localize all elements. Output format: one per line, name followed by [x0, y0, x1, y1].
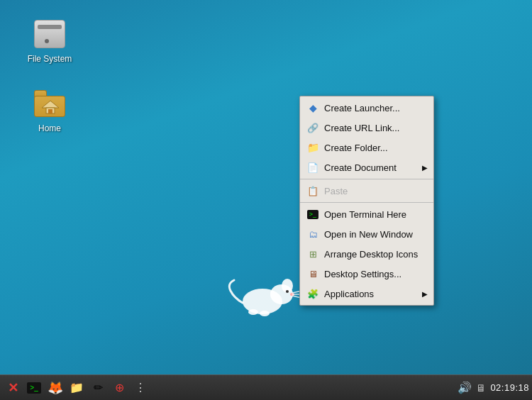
menu-arrange-icons[interactable]: ⊞ Arrange Desktop Icons	[300, 244, 433, 264]
desktop-settings-icon: 🖥	[306, 267, 320, 280]
svg-point-7	[286, 290, 289, 293]
taskbar-files-button[interactable]: 📁	[67, 378, 87, 398]
arrange-icons-label: Arrange Desktop Icons	[324, 249, 428, 260]
applications-label: Applications	[324, 289, 419, 299]
home-label: Home	[38, 123, 61, 133]
svg-rect-2	[48, 109, 52, 113]
menu-paste[interactable]: 📋 Paste	[300, 181, 433, 201]
arrange-icons-icon: ⊞	[306, 248, 320, 260]
menu-create-url[interactable]: 🔗 Create URL Link...	[300, 118, 433, 138]
menu-open-terminal[interactable]: >_ Open Terminal Here	[300, 204, 433, 224]
network-icon: 🖥	[476, 382, 486, 394]
taskbar-close-button[interactable]: ✕	[3, 378, 23, 398]
taskbar-left: ✕ >_ 🦊 📁 ✏ ⊕ ⋮	[3, 378, 150, 398]
open-terminal-icon: >_	[306, 208, 320, 221]
volume-icon: 🔊	[458, 381, 472, 394]
context-menu: ◆ Create Launcher... 🔗 Create URL Link..…	[299, 96, 434, 306]
svg-point-12	[260, 311, 270, 316]
menu-create-launcher[interactable]: ◆ Create Launcher...	[300, 98, 433, 118]
dots-icon: ⋮	[135, 381, 146, 394]
mouse-mascot	[223, 266, 309, 323]
files-icon: 📁	[70, 381, 84, 394]
firefox-icon: 🦊	[48, 380, 63, 396]
lifering-icon: ⊕	[115, 381, 124, 394]
menu-create-document[interactable]: 📄 Create Document ▶	[300, 157, 433, 177]
create-url-icon: 🔗	[306, 121, 320, 134]
create-document-icon: 📄	[306, 161, 320, 174]
menu-open-new-window[interactable]: 🗂 Open in New Window	[300, 224, 433, 244]
create-url-label: Create URL Link...	[324, 123, 428, 133]
taskbar-help-button[interactable]: ⊕	[109, 378, 129, 398]
open-new-window-label: Open in New Window	[324, 229, 428, 240]
separator-1	[300, 179, 433, 179]
create-launcher-label: Create Launcher...	[324, 103, 428, 113]
filesystem-icon[interactable]: File System	[21, 14, 78, 67]
filesystem-icon-img	[33, 17, 67, 51]
home-icon-img	[33, 87, 67, 121]
paste-label: Paste	[324, 186, 428, 196]
clock: 02:19:18	[490, 382, 529, 393]
open-terminal-label: Open Terminal Here	[324, 209, 428, 220]
taskbar-more-button[interactable]: ⋮	[131, 378, 150, 398]
svg-point-11	[248, 309, 258, 315]
taskbar-editor-button[interactable]: ✏	[88, 378, 108, 398]
desktop-settings-label: Desktop Settings...	[324, 269, 428, 279]
applications-icon: 🧩	[306, 287, 320, 300]
home-icon[interactable]: Home	[21, 84, 78, 136]
separator-2	[300, 202, 433, 203]
create-folder-icon: 📁	[306, 141, 320, 154]
taskbar-right: 🔊 🖥 02:19:18	[458, 381, 529, 394]
create-folder-label: Create Folder...	[324, 143, 428, 153]
create-document-label: Create Document	[324, 162, 419, 173]
applications-arrow: ▶	[422, 290, 428, 298]
terminal-icon: >_	[27, 382, 41, 394]
paste-icon: 📋	[306, 184, 320, 197]
taskbar-terminal-button[interactable]: >_	[24, 378, 44, 398]
menu-applications[interactable]: 🧩 Applications ▶	[300, 284, 433, 304]
create-document-arrow: ▶	[422, 164, 428, 172]
close-icon: ✕	[8, 380, 18, 396]
taskbar-firefox-button[interactable]: 🦊	[45, 378, 65, 398]
open-new-window-icon: 🗂	[306, 228, 320, 240]
menu-desktop-settings[interactable]: 🖥 Desktop Settings...	[300, 264, 433, 284]
menu-create-folder[interactable]: 📁 Create Folder...	[300, 138, 433, 157]
svg-marker-0	[42, 101, 59, 108]
filesystem-label: File System	[28, 54, 72, 64]
create-launcher-icon: ◆	[306, 101, 320, 114]
pencil-icon: ✏	[94, 381, 103, 394]
taskbar: ✕ >_ 🦊 📁 ✏ ⊕ ⋮ 🔊 🖥 02:19:18	[0, 374, 532, 400]
